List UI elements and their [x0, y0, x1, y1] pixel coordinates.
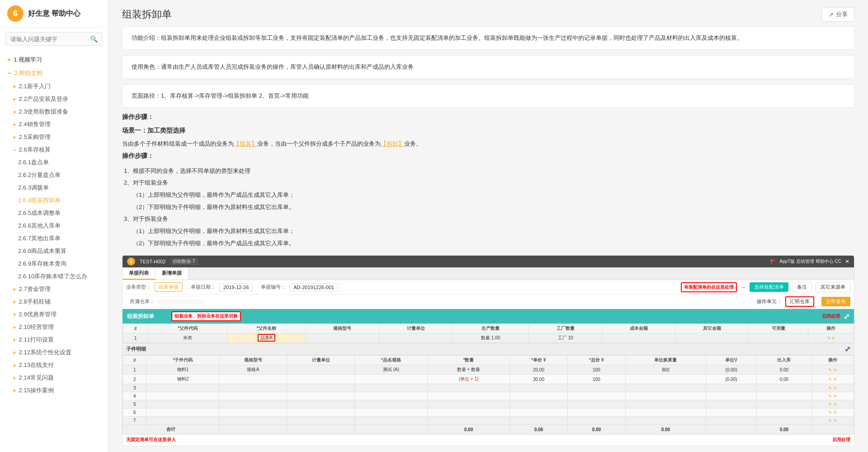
- share-button[interactable]: ↗ 分享: [822, 7, 854, 22]
- bottom-annotations: 无固定清单可在这里录入 启用处理: [123, 434, 854, 446]
- steps-list: 1、根据不同的业务，选择不同单据的类型来处理 2、对于组装业务 （1）上部明细为…: [124, 166, 854, 249]
- sidebar-item-2-6[interactable]: − 2.6库存核算: [0, 143, 108, 156]
- sidebar-item-2-6-3[interactable]: 2.6.3调拨单: [0, 181, 108, 194]
- lower-expand-icon[interactable]: ⤢: [844, 345, 850, 353]
- th-unit: 计量单位: [379, 324, 453, 333]
- table-row: 6✎ ✕: [123, 409, 854, 417]
- sidebar-item-2-14[interactable]: + 2.14常见问题: [0, 371, 108, 384]
- sidebar-item-1[interactable]: + 1.视频学习: [0, 53, 108, 67]
- sidebar-item-2-6-8[interactable]: 2.6.8商品成本重算: [0, 245, 108, 257]
- mock-green-header: 组装拆卸单 组装业务、拆卸业务在这里切换 启用处理 ⤢: [123, 309, 854, 324]
- intro-box: 功能介绍：组装拆卸单用来处理企业组装或拆卸等加工业务，支持有固定装配清单的产品加…: [122, 26, 854, 50]
- ops-heading: 操作步骤：: [122, 113, 854, 121]
- plus-icon: +: [13, 96, 16, 103]
- collapse-icon: −: [7, 69, 11, 77]
- step-2-1: （1）上部明细为父件明细，最终作为产成品生成其它入库单；: [133, 190, 854, 201]
- sidebar-nav: + 1.视频学习 − 2.帮助文档 + 2.1新手入门 + 2.2产品安装及登录…: [0, 50, 108, 452]
- search-input[interactable]: [10, 36, 90, 43]
- th-factory-qty: 工厂数量: [529, 324, 602, 333]
- arrow-icon: →: [741, 284, 746, 290]
- form-date-value[interactable]: 2019-12-26: [219, 283, 253, 291]
- btn-assembly[interactable]: 选择装配清单: [750, 282, 788, 292]
- main-content: 组装拆卸单 ↗ 分享 功能介绍：组装拆卸单用来处理企业组装或拆卸等加工业务，支持…: [108, 0, 868, 452]
- upper-table: # *父件代码 *父件名称 规格型号 计量单位 生产数量 工厂数量 成本金额 其…: [123, 324, 854, 343]
- sidebar-item-2-6-2[interactable]: 2.6.2分量盘点单: [0, 169, 108, 181]
- mock-titlebar: 6 TEST-H002 拟制数据-T 🚩 AppT版 启动管理 帮助中心 CC …: [123, 256, 854, 267]
- highlight-disassembly[interactable]: 【拆卸】: [381, 140, 404, 147]
- form-type-select[interactable]: 组装单据: [155, 282, 183, 292]
- lth-code: *子件代码: [146, 356, 219, 365]
- mock-tab-list[interactable]: 单据列表: [123, 267, 156, 280]
- btn-source[interactable]: 其它来源单: [816, 282, 850, 292]
- step-2-2: （2）下部明细为子件明细，最终作为原材料生成其它出库单。: [133, 202, 854, 213]
- page-title: 组装拆卸单: [122, 8, 172, 21]
- step-2-sub: （1）上部明细为父件明细，最终作为产成品生成其它入库单； （2）下部明细为子件明…: [133, 190, 854, 213]
- sidebar-item-2-9[interactable]: + 2.9优惠券管理: [0, 308, 108, 321]
- sidebar-item-2-2[interactable]: + 2.2产品安装及登录: [0, 93, 108, 105]
- app-name: 好生意 帮助中心: [28, 9, 80, 19]
- th-parent-code: *父件代码: [148, 324, 227, 333]
- path-text: 页面路径：1、库存核算->库存管理->组装拆卸单 2、首页->常用功能: [132, 92, 309, 99]
- plus-icon: +: [13, 109, 16, 115]
- annotation-assembly: 有装配清单的在这里处理: [681, 282, 737, 292]
- plus-icon: +: [13, 299, 16, 305]
- lth-total: *总价 ¥: [567, 356, 625, 365]
- sidebar-item-2-6-5[interactable]: 2.6.5成本调整单: [0, 207, 108, 219]
- step-3-2: （2）下部明细为子件明细，最终作为产成品生成其它入库单。: [133, 238, 854, 249]
- table-row: 1 物料1 规格A 测试 (A) 数量 + 数量 20.00 100 800 (…: [123, 365, 854, 375]
- sidebar-item-2-6-4[interactable]: 2.6.4组装拆卸单: [0, 194, 108, 207]
- step-3-sub: （1）上部明细为父件明细，最终作为原材料生成其它出库单； （2）下部明细为子件明…: [133, 226, 854, 249]
- sidebar-item-2-12[interactable]: + 2.12系统个性化设置: [0, 346, 108, 359]
- lth-unit: 计量单位: [287, 356, 355, 365]
- lth-ops: 操作: [811, 356, 854, 365]
- search-box[interactable]: 🔍: [5, 32, 103, 46]
- form-number-value[interactable]: AD-20191226-001: [289, 283, 338, 291]
- expand-icon-btn[interactable]: ⤢: [844, 312, 849, 321]
- sidebar-item-2-15[interactable]: + 2.15操作案例: [0, 384, 108, 397]
- annotation-enable2: 启用处理: [832, 437, 850, 443]
- annotation-no-bom: 无固定清单可在这里录入: [126, 437, 176, 443]
- table-row: 7✎ ✕: [123, 417, 854, 425]
- screenshot-container: 6 TEST-H002 拟制数据-T 🚩 AppT版 启动管理 帮助中心 CC …: [122, 255, 854, 446]
- sidebar-item-2-6-9[interactable]: 2.6.9库存账本查询: [0, 257, 108, 270]
- sidebar-item-2-6-6[interactable]: 2.6.6其他入库单: [0, 219, 108, 232]
- parent-name-input[interactable]: 品类A: [258, 334, 275, 342]
- app-logo: 6: [7, 5, 24, 22]
- sidebar-item-2-5[interactable]: + 2.5采购管理: [0, 131, 108, 143]
- highlight-assembly[interactable]: 【组装】: [234, 140, 257, 147]
- lth-inout: 出入库: [757, 356, 812, 365]
- sidebar-item-2-1[interactable]: + 2.1新手入门: [0, 80, 108, 93]
- confirm-btn[interactable]: 立即发布: [821, 297, 850, 306]
- plus-icon: +: [13, 121, 16, 128]
- lth-qty: *数量: [427, 356, 509, 365]
- mock-right-icons: AppT版 启动管理 帮助中心 CC: [779, 258, 841, 265]
- sidebar-children-2: + 2.1新手入门 + 2.2产品安装及登录 + 2.3使用前数据准备 + 2.…: [0, 80, 108, 397]
- sidebar-item-2-11[interactable]: + 2.11打印设置: [0, 333, 108, 346]
- annotation-enable: 启用处理: [822, 313, 840, 319]
- sidebar-item-2-6-7[interactable]: 2.6.7其他出库单: [0, 232, 108, 245]
- mock-tab-new[interactable]: 新增单据: [156, 267, 189, 280]
- sidebar-item-2-7[interactable]: + 2.7资金管理: [0, 283, 108, 295]
- form-number-label: 单据编号：: [261, 284, 286, 290]
- sidebar-item-2-8[interactable]: + 2.8手机旺铺: [0, 295, 108, 308]
- sidebar-item-2[interactable]: − 2.帮助文档: [0, 67, 108, 80]
- scenario1-ops-heading: 操作步骤：: [122, 152, 854, 160]
- step-2: 2、对于组装业务: [124, 177, 854, 189]
- sidebar-item-2-6-1[interactable]: 2.6.1盘点单: [0, 156, 108, 169]
- sidebar-item-2-6-10[interactable]: 2.6.10库存账本错了怎么办: [0, 270, 108, 283]
- mock-warehouse-row: 所属仓库： 操作单元： 汇明仓库 立即发布: [123, 295, 854, 309]
- btn-note[interactable]: 备注: [792, 282, 812, 292]
- plus-icon: +: [13, 134, 16, 141]
- sidebar-item-2-4[interactable]: + 2.4销售管理: [0, 118, 108, 131]
- table-row: 4✎ ✕: [123, 392, 854, 400]
- warehouse-value[interactable]: [158, 300, 203, 303]
- plus-icon: +: [13, 387, 16, 394]
- sidebar-item-2-13[interactable]: + 2.13在线支付: [0, 359, 108, 371]
- plus-icon: +: [13, 286, 16, 293]
- search-icon[interactable]: 🔍: [90, 35, 98, 43]
- sidebar-item-2-10[interactable]: + 2.10经营管理: [0, 321, 108, 333]
- intro-text: 功能介绍：组装拆卸单用来处理企业组装或拆卸等加工业务，支持有固定装配清单的产品加…: [132, 34, 743, 41]
- warehouse-label: 所属仓库：: [130, 298, 155, 305]
- sidebar-item-2-3[interactable]: + 2.3使用前数据准备: [0, 105, 108, 118]
- flag-icon: 🚩: [770, 259, 776, 264]
